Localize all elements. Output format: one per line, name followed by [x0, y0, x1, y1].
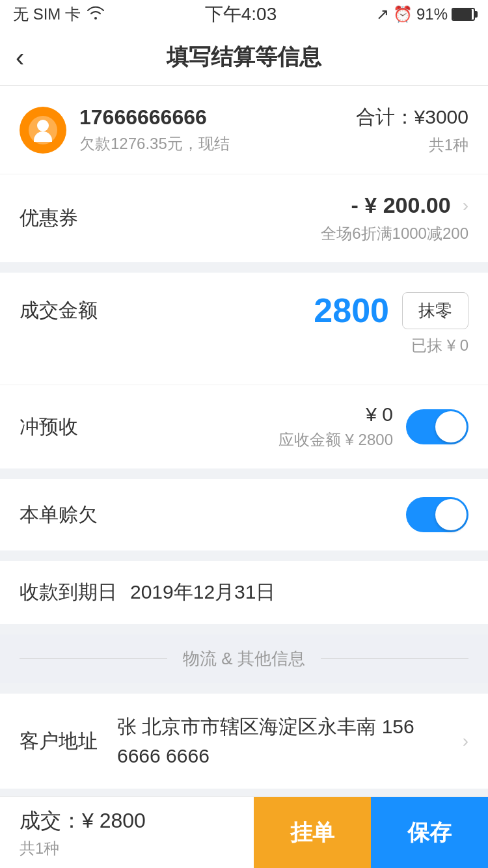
nav-bar: ‹ 填写结算等信息 [0, 29, 488, 86]
bottom-bar: 成交：¥ 2800 共1种 挂单 保存 [0, 796, 488, 868]
prepayment-label: 冲预收 [20, 414, 78, 441]
status-bar: 无 SIM 卡 下午4:03 ↗ ⏰ 91% [0, 0, 488, 29]
sim-status: 无 SIM 卡 [13, 4, 81, 25]
customer-right: 合计：¥3000 共1种 [356, 104, 468, 156]
coupon-row[interactable]: 优惠券 - ¥ 200.00 › 全场6折满1000减200 [0, 174, 488, 262]
status-right: ↗ ⏰ 91% [376, 5, 475, 23]
bottom-summary: 成交：¥ 2800 共1种 [0, 807, 254, 859]
prepayment-section: 冲预收 ¥ 0 应收金额 ¥ 2800 [0, 385, 488, 468]
back-button[interactable]: ‹ [16, 44, 24, 70]
debt-section: 本单赊欠 [0, 479, 488, 550]
divider-section: 物流 & 其他信息 [0, 634, 488, 683]
avatar-icon [29, 116, 57, 144]
debt-toggle[interactable] [406, 497, 468, 532]
status-time: 下午4:03 [205, 2, 277, 27]
page-title: 填写结算等信息 [167, 42, 321, 72]
customer-row: 17666666666 欠款1276.35元，现结 合计：¥3000 共1种 [0, 86, 488, 174]
bottom-amount-value: ¥ 2800 [82, 809, 146, 832]
address-value: 张 北京市市辖区海淀区永丰南 156 6666 6666 [117, 712, 457, 770]
customer-info: 17666666666 欠款1276.35元，现结 [79, 105, 230, 154]
divider-line-left [20, 658, 167, 659]
prepayment-values: ¥ 0 应收金额 ¥ 2800 [278, 403, 393, 450]
coupon-desc: 全场6折满1000减200 [321, 223, 468, 244]
customer-sub: 欠款1276.35元，现结 [79, 133, 230, 154]
transaction-sub: 已抹 ¥ 0 [20, 335, 468, 356]
bottom-count: 共1种 [20, 838, 234, 859]
total-amount: 合计：¥3000 [356, 104, 468, 131]
customer-left: 17666666666 欠款1276.35元，现结 [20, 105, 230, 154]
debt-label: 本单赊欠 [20, 502, 98, 528]
prepayment-toggle[interactable] [406, 409, 468, 444]
bottom-summary-label: 成交： [20, 809, 82, 832]
address-section[interactable]: 客户地址 张 北京市市辖区海淀区永丰南 156 6666 6666 › [0, 694, 488, 789]
battery-level: 91% [416, 5, 448, 23]
duedate-value: 2019年12月31日 [130, 579, 275, 606]
bottom-amount: 成交：¥ 2800 [20, 807, 234, 835]
transaction-row-container: 成交金额 2800 抹零 已抹 ¥ 0 [0, 273, 488, 374]
divider-text: 物流 & 其他信息 [167, 647, 321, 670]
prepayment-value: ¥ 0 [278, 403, 393, 426]
prepayment-sub: 应收金额 ¥ 2800 [278, 429, 393, 450]
alarm-icon: ⏰ [393, 5, 413, 23]
round-button[interactable]: 抹零 [402, 292, 468, 329]
coupon-amount: - ¥ 200.00 [351, 193, 451, 218]
chevron-right-icon: › [463, 195, 468, 216]
transaction-right: 2800 抹零 [314, 291, 468, 330]
transaction-row: 成交金额 2800 抹零 [20, 291, 468, 330]
customer-card: 17666666666 欠款1276.35元，现结 合计：¥3000 共1种 优… [0, 86, 488, 262]
debt-toggle-knob [435, 499, 467, 530]
coupon-right: - ¥ 200.00 › 全场6折满1000减200 [321, 193, 468, 244]
location-icon: ↗ [376, 5, 389, 23]
address-label: 客户地址 [20, 728, 98, 755]
address-chevron-icon: › [463, 731, 468, 752]
transaction-section: 成交金额 2800 抹零 已抹 ¥ 0 冲预收 ¥ 0 应收金额 ¥ 2800 [0, 273, 488, 468]
divider-line-right [321, 658, 468, 659]
avatar [20, 107, 66, 154]
section-gap-1 [0, 468, 488, 479]
pending-button[interactable]: 挂单 [254, 797, 371, 869]
toggle-knob [435, 411, 467, 442]
duedate-label: 收款到期日 [20, 579, 117, 606]
save-button[interactable]: 保存 [371, 797, 488, 869]
prepayment-right: ¥ 0 应收金额 ¥ 2800 [278, 403, 468, 450]
customer-phone: 17666666666 [79, 105, 230, 129]
transaction-amount: 2800 [314, 291, 389, 330]
total-count: 共1种 [356, 135, 468, 156]
content-area: 17666666666 欠款1276.35元，现结 合计：¥3000 共1种 优… [0, 86, 488, 868]
transaction-label: 成交金额 [20, 297, 98, 324]
coupon-label: 优惠券 [20, 205, 78, 232]
battery-icon [452, 8, 475, 21]
duedate-section: 收款到期日 2019年12月31日 [0, 561, 488, 624]
prepayment-row: 冲预收 ¥ 0 应收金额 ¥ 2800 [20, 403, 468, 450]
status-left: 无 SIM 卡 [13, 4, 105, 25]
wifi-icon [86, 5, 105, 23]
